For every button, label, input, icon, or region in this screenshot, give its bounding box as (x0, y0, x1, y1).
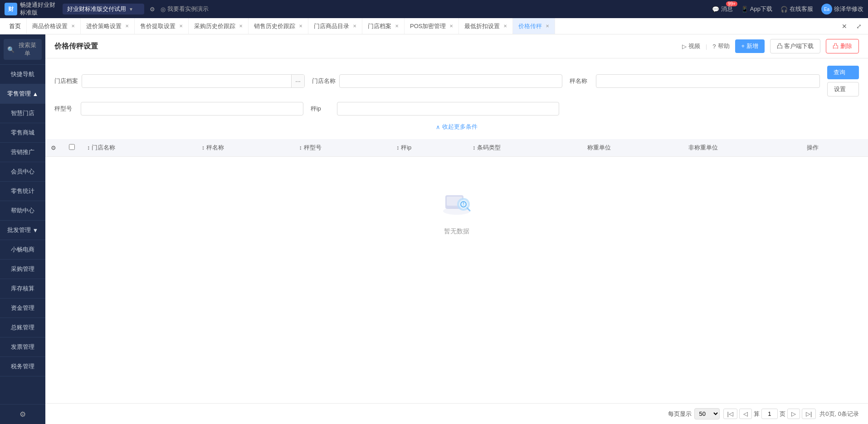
tab-purchase-strategy[interactable]: 进价策略设置 ✕ (81, 18, 135, 34)
demo-link[interactable]: ◎ 我要看实例演示 (161, 5, 209, 13)
pagination: 每页显示 10 20 50 100 |◁ ◁ 算 页 ▷ ▷| (45, 403, 868, 424)
version-label: 好业财标准版交付试用 (67, 5, 126, 13)
tab-store-profile[interactable]: 门店档案 ✕ (362, 18, 405, 34)
tab-purchase-history[interactable]: 采购历史价跟踪 ✕ (189, 18, 249, 34)
scale-name-input[interactable] (596, 74, 820, 88)
topbar: 财 畅捷通好业财 标准版 好业财标准版交付试用 ▼ ⚙ ◎ 我要看实例演示 💬 … (0, 0, 868, 18)
add-button[interactable]: + 新增 (735, 39, 765, 53)
tab-store-catalog[interactable]: 门店商品目录 ✕ (308, 18, 362, 34)
th-weight-unit: 称重单位 (582, 139, 683, 157)
sidebar-item-retail-shop[interactable]: 零售商城 (0, 123, 45, 143)
store-profile-more-icon[interactable]: ··· (291, 75, 304, 87)
per-page-label: 每页显示 (668, 410, 692, 418)
sidebar-item-marketing[interactable]: 营销推广 (0, 143, 45, 162)
sidebar-item-tax[interactable]: 税务管理 (0, 357, 45, 376)
tab-close-purchase-strategy[interactable]: ✕ (125, 24, 129, 29)
search-form-row2: 秤型号 秤ip (54, 102, 859, 116)
sidebar-item-smart-store[interactable]: 智慧门店 (0, 104, 45, 123)
search-menu-button[interactable]: 🔍 搜索菜单 (4, 39, 42, 60)
per-page-select[interactable]: 10 20 50 100 (694, 408, 720, 419)
page-number-input[interactable] (761, 409, 778, 419)
store-profile-field: 门店档案 ··· (54, 74, 305, 88)
sidebar-search: 🔍 搜索菜单 (0, 34, 45, 65)
th-settings[interactable]: ⚙ (45, 139, 63, 157)
tab-close-store-profile[interactable]: ✕ (395, 24, 399, 29)
sidebar-item-finance[interactable]: 资金管理 (0, 299, 45, 318)
version-selector[interactable]: 好业财标准版交付试用 ▼ (63, 4, 144, 14)
sidebar-item-wholesale[interactable]: 批发管理 ▼ (0, 221, 45, 240)
scale-model-input[interactable] (81, 102, 303, 116)
last-page-button[interactable]: ▷| (802, 409, 816, 419)
topbar-settings-icon[interactable]: ⚙ (148, 4, 157, 14)
scale-ip-label: 秤ip (311, 105, 333, 113)
tab-close-all-button[interactable]: ✕ (839, 22, 850, 31)
query-button[interactable]: 查询 (827, 66, 859, 79)
tab-price-setting[interactable]: 商品价格设置 ✕ (27, 18, 81, 34)
search-form-row1: 门店档案 ··· 门店名称 秤名称 查询 (54, 66, 859, 96)
collapse-conditions-button[interactable]: ∧ 收起更多条件 (436, 123, 478, 131)
first-page-button[interactable]: |◁ (723, 409, 737, 419)
tab-close-purchase-history[interactable]: ✕ (239, 24, 243, 29)
help-link[interactable]: ? 帮助 (712, 42, 729, 50)
data-table: ⚙ ↕ 门店名称 ↕ 秤名称 ↕ 秤型号 (45, 139, 868, 157)
app-download-button[interactable]: 📱 App下载 (741, 5, 772, 13)
sidebar-item-retail[interactable]: 零售管理 ▲ (0, 84, 45, 104)
next-page-button[interactable]: ▷ (787, 409, 800, 419)
set-button[interactable]: 设置 (827, 82, 859, 96)
page-of-label: 页 (780, 410, 785, 418)
svg-point-8 (463, 205, 464, 206)
th-scale-model[interactable]: ↕ 秤型号 (293, 139, 391, 157)
store-profile-input[interactable] (82, 75, 291, 87)
store-profile-label: 门店档案 (54, 77, 78, 85)
empty-illustration (439, 184, 475, 220)
scale-ip-input[interactable] (337, 102, 560, 116)
sidebar-item-invoice[interactable]: 发票管理 (0, 337, 45, 357)
download-client-button[interactable]: 凸 客户端下载 (770, 39, 821, 53)
tab-home[interactable]: 首页 (4, 18, 27, 34)
tab-min-discount[interactable]: 最低折扣设置 ✕ (459, 18, 513, 34)
headset-icon: 🎧 (780, 6, 788, 13)
tab-close-price-setting[interactable]: ✕ (71, 24, 75, 29)
tab-close-store-catalog[interactable]: ✕ (353, 24, 356, 29)
th-scale-name[interactable]: ↕ 秤名称 (196, 139, 294, 157)
sidebar-item-retail-stats[interactable]: 零售统计 (0, 182, 45, 201)
online-service-button[interactable]: 🎧 在线客服 (780, 5, 813, 13)
tab-close-min-discount[interactable]: ✕ (503, 24, 507, 29)
tab-sales-history[interactable]: 销售历史价跟踪 ✕ (249, 18, 308, 34)
tab-sale-pickup[interactable]: 售价提取设置 ✕ (135, 18, 189, 34)
delete-button[interactable]: 凸 删除 (826, 39, 859, 53)
tab-maximize-button[interactable]: ⤢ (853, 22, 864, 31)
sidebar-item-inventory[interactable]: 库存核算 (0, 279, 45, 299)
store-name-input[interactable] (339, 74, 562, 88)
select-all-checkbox[interactable] (69, 144, 75, 150)
sidebar-quick-nav[interactable]: 快捷导航 (0, 65, 45, 84)
topbar-actions: 💬 消息 99+ 📱 App下载 🎧 在线客服 Ea 徐泽华修改 (712, 4, 863, 14)
tab-pos-management[interactable]: POS加密管理 ✕ (405, 18, 459, 34)
tab-price-scale[interactable]: 价格传秤 ✕ (513, 18, 555, 34)
avatar: Ea (821, 4, 832, 14)
tab-close-pos-management[interactable]: ✕ (449, 24, 453, 29)
th-operation: 操作 (801, 139, 868, 157)
th-store-name[interactable]: ↕ 门店名称 (82, 139, 196, 157)
video-link[interactable]: ▷ 视频 (682, 42, 700, 50)
sidebar-item-ecommerce[interactable]: 小畅电商 (0, 240, 45, 260)
user-menu[interactable]: Ea 徐泽华修改 (821, 4, 863, 14)
pagination-controls: |◁ ◁ 算 页 ▷ ▷| (723, 409, 816, 419)
message-button[interactable]: 💬 消息 99+ (712, 5, 733, 13)
sidebar-item-member[interactable]: 会员中心 (0, 162, 45, 182)
th-barcode-type[interactable]: ↕ 条码类型 (467, 139, 582, 157)
sidebar-item-general-ledger[interactable]: 总账管理 (0, 318, 45, 337)
prev-page-button[interactable]: ◁ (739, 409, 752, 419)
settings-icon: ⚙ (20, 410, 26, 418)
tab-close-price-scale[interactable]: ✕ (546, 24, 549, 29)
sidebar-settings[interactable]: ⚙ (0, 404, 45, 424)
tab-close-sales-history[interactable]: ✕ (299, 24, 302, 29)
chevron-up-icon: ▲ (33, 91, 39, 97)
tab-close-sale-pickup[interactable]: ✕ (179, 24, 183, 29)
sidebar: 🔍 搜索菜单 快捷导航 零售管理 ▲ 智慧门店 零售商城 营销推广 会员中心 零… (0, 34, 45, 424)
sidebar-item-purchase[interactable]: 采购管理 (0, 260, 45, 279)
th-non-weight-unit: 非称重单位 (683, 139, 801, 157)
page-header-actions: ▷ 视频 | ? 帮助 + 新增 凸 客户端下载 凸 删除 (682, 39, 859, 53)
sidebar-item-help[interactable]: 帮助中心 (0, 201, 45, 221)
th-scale-ip[interactable]: ↕ 秤ip (391, 139, 467, 157)
